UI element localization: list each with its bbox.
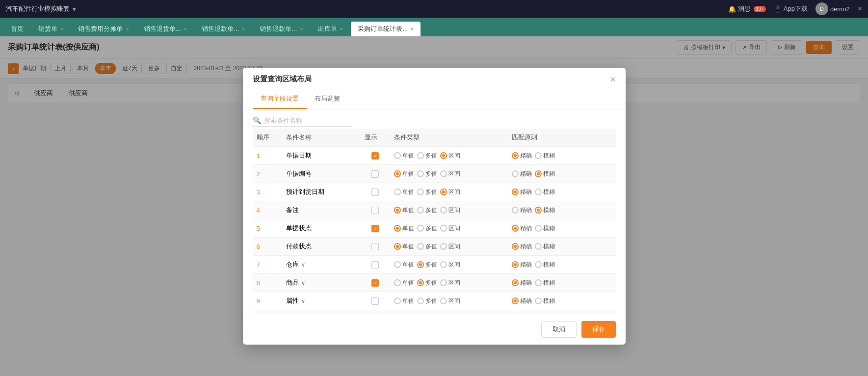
table-row: 7仓库 ∨单值多值区间精确模糊 — [253, 256, 616, 274]
notification-btn[interactable]: 🔔 消息 99+ — [728, 4, 766, 13]
row-display-checkbox[interactable] — [361, 293, 390, 309]
radio-type-type_single[interactable]: 单值 — [394, 297, 414, 305]
radio-match-match_exact[interactable]: 精确 — [512, 206, 532, 215]
radio-type-type_range[interactable]: 区间 — [440, 188, 460, 196]
checkbox[interactable] — [371, 207, 379, 214]
checkbox[interactable] — [371, 188, 379, 196]
tab-layout-adjust[interactable]: 布局调整 — [307, 89, 348, 109]
row-type-radios: 单值多值区间 — [390, 274, 508, 292]
radio-type-type_multi[interactable]: 多值 — [417, 188, 437, 196]
radio-match-match_fuzzy[interactable]: 模糊 — [535, 261, 555, 269]
row-match-radios: 精确模糊 — [508, 238, 606, 255]
radio-type-type_single[interactable]: 单值 — [394, 279, 414, 287]
tab-purchase-order-close[interactable]: × — [411, 26, 414, 32]
radio-type-type_multi[interactable]: 多值 — [417, 261, 437, 269]
radio-match-match_fuzzy[interactable]: 模糊 — [535, 297, 555, 305]
radio-type-type_single[interactable]: 单值 — [394, 224, 414, 233]
modal-title: 设置查询区域布局 — [253, 75, 312, 84]
radio-match-match_fuzzy[interactable]: 模糊 — [535, 170, 555, 178]
modal-close-btn[interactable]: × — [610, 75, 616, 84]
checkbox[interactable]: ✓ — [371, 152, 379, 160]
tab-sales-order[interactable]: 销货单 × — [31, 22, 70, 36]
checkbox[interactable] — [371, 261, 379, 269]
radio-type-type_single[interactable]: 单值 — [394, 152, 414, 160]
radio-match-match_exact[interactable]: 精确 — [512, 188, 532, 196]
save-btn[interactable]: 保存 — [581, 321, 616, 338]
row-name: 单据编号 — [282, 165, 361, 183]
radio-type-type_range[interactable]: 区间 — [440, 152, 460, 160]
radio-type-type_range[interactable]: 区间 — [440, 297, 460, 305]
radio-type-type_range[interactable]: 区间 — [440, 206, 460, 215]
radio-type-type_multi[interactable]: 多值 — [417, 206, 437, 215]
radio-type-type_range[interactable]: 区间 — [440, 170, 460, 178]
row-display-checkbox[interactable]: ✓ — [361, 275, 390, 291]
radio-match-match_exact[interactable]: 精确 — [512, 261, 532, 269]
tab-home[interactable]: 首页 — [4, 22, 30, 36]
row-display-checkbox[interactable]: ✓ — [361, 148, 390, 164]
table-row: 3预计到货日期单值多值区间精确模糊 — [253, 183, 616, 201]
radio-match-match_exact[interactable]: 精确 — [512, 297, 532, 305]
tab3-close[interactable]: × — [184, 26, 187, 32]
radio-type-type_multi[interactable]: 多值 — [417, 170, 437, 178]
radio-type-type_multi[interactable]: 多值 — [417, 242, 437, 251]
topbar-close-btn[interactable]: × — [858, 4, 862, 13]
checkbox[interactable] — [371, 243, 379, 250]
checkbox[interactable] — [371, 297, 379, 305]
radio-type-type_multi[interactable]: 多值 — [417, 279, 437, 287]
radio-match-match_fuzzy[interactable]: 模糊 — [535, 224, 555, 233]
radio-type-type_multi[interactable]: 多值 — [417, 152, 437, 160]
tab5[interactable]: 销售退款单... × — [253, 22, 310, 36]
tab-sales-expense[interactable]: 销售费用分摊单 × — [71, 22, 135, 36]
th-type: 条件类型 — [390, 129, 508, 146]
radio-type-type_range[interactable]: 区间 — [440, 261, 460, 269]
radio-match-match_exact[interactable]: 精确 — [512, 152, 532, 160]
radio-match-match_exact[interactable]: 精确 — [512, 170, 532, 178]
radio-type-type_range[interactable]: 区间 — [440, 242, 460, 251]
tab5-close[interactable]: × — [300, 26, 303, 32]
tab6-close[interactable]: × — [340, 26, 343, 32]
row-type-radios: 单值多值区间 — [390, 202, 508, 219]
radio-match-match_fuzzy[interactable]: 模糊 — [535, 242, 555, 251]
radio-match-match_fuzzy[interactable]: 模糊 — [535, 188, 555, 196]
app-download-btn[interactable]: 📱 App下载 — [774, 4, 808, 13]
radio-type-type_single[interactable]: 单值 — [394, 188, 414, 196]
radio-type-type_single[interactable]: 单值 — [394, 261, 414, 269]
radio-type-type_multi[interactable]: 多值 — [417, 297, 437, 305]
radio-match-match_fuzzy[interactable]: 模糊 — [535, 206, 555, 215]
row-name: 付款状态 — [282, 238, 361, 255]
radio-match-match_exact[interactable]: 精确 — [512, 279, 532, 287]
checkbox[interactable]: ✓ — [371, 279, 379, 287]
radio-type-type_single[interactable]: 单值 — [394, 170, 414, 178]
tab3[interactable]: 销售退货单... × — [137, 22, 194, 36]
row-display-checkbox[interactable]: ✓ — [361, 220, 390, 237]
radio-match-match_fuzzy[interactable]: 模糊 — [535, 279, 555, 287]
radio-type-type_range[interactable]: 区间 — [440, 279, 460, 287]
radio-type-type_single[interactable]: 单值 — [394, 242, 414, 251]
row-display-checkbox[interactable] — [361, 239, 390, 255]
top-bar: 汽车配件行业模拟账套 ▾ 🔔 消息 99+ 📱 App下载 D demo2 × — [0, 0, 868, 18]
tab-sales-expense-close[interactable]: × — [126, 26, 129, 32]
search-input[interactable] — [264, 117, 352, 124]
checkbox[interactable] — [371, 170, 379, 178]
tab4-close[interactable]: × — [242, 26, 245, 32]
tab-sales-order-close[interactable]: × — [60, 26, 63, 32]
radio-type-type_single[interactable]: 单值 — [394, 206, 414, 215]
tab-query-fields[interactable]: 查询字段设置 — [253, 89, 307, 109]
cancel-btn[interactable]: 取消 — [541, 321, 577, 338]
tab-purchase-order[interactable]: 采购订单统计表... × — [351, 22, 421, 36]
checkbox[interactable]: ✓ — [371, 225, 379, 232]
tab-purchase-order-label: 采购订单统计表... — [358, 25, 408, 33]
tab4[interactable]: 销售退款单... × — [195, 22, 252, 36]
row-display-checkbox[interactable] — [361, 184, 390, 200]
tab6[interactable]: 出库单 × — [311, 22, 350, 36]
radio-match-match_exact[interactable]: 精确 — [512, 224, 532, 233]
radio-match-match_fuzzy[interactable]: 模糊 — [535, 152, 555, 160]
user-menu[interactable]: D demo2 — [815, 2, 850, 15]
row-display-checkbox[interactable] — [361, 202, 390, 218]
row-display-checkbox[interactable] — [361, 257, 390, 273]
radio-type-type_range[interactable]: 区间 — [440, 224, 460, 233]
modal-overlay: 设置查询区域布局 × 查询字段设置 布局调整 🔍 — [0, 36, 868, 376]
radio-type-type_multi[interactable]: 多值 — [417, 224, 437, 233]
radio-match-match_exact[interactable]: 精确 — [512, 242, 532, 251]
row-display-checkbox[interactable] — [361, 166, 390, 182]
